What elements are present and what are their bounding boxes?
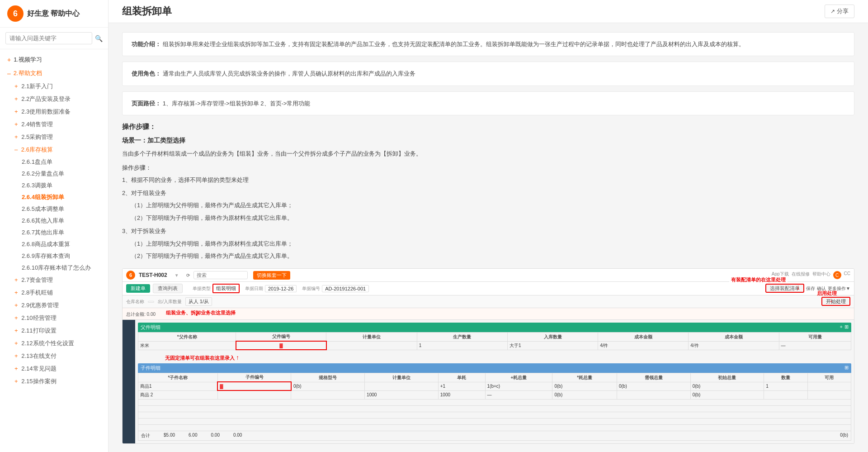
sim-search-input[interactable] bbox=[193, 271, 248, 279]
sim-cell-c1: 4/件 bbox=[598, 341, 689, 350]
sim-footer-total4: 0.00 bbox=[233, 433, 242, 439]
screenshot: 6 TEST-H002 ▼ ⟳ 切换账套一下 App下载 在线报修 帮助中心 C… bbox=[122, 268, 854, 444]
sim-child-name2: 商品 2 bbox=[138, 390, 218, 399]
sim-col-avail: 可用量 bbox=[779, 333, 851, 342]
sim-activate-area: 启用处理 ↓ 开始处理 bbox=[821, 298, 850, 305]
sim-col-child-code: 子件编号 bbox=[217, 373, 291, 382]
sim-footer-note: 0(b) bbox=[840, 433, 848, 439]
sim-qty-value[interactable]: 从人 1/从 bbox=[185, 297, 212, 306]
sim-type-bar: 总计金额: 0.00 组装业务、拆卸业务在这里选择 ↙ bbox=[123, 308, 854, 320]
sidebar-item-payment[interactable]: + 2.13在线支付 bbox=[0, 350, 108, 362]
sim-bom-area: 有装配清单的在这里处理 ↓ 选择装配清单 bbox=[765, 285, 804, 292]
sidebar-item-other-out[interactable]: 2.6.7其他出库单 bbox=[0, 227, 108, 238]
sidebar-item-assembly[interactable]: 2.6.4组装拆卸单 bbox=[0, 191, 108, 203]
sidebar-item-coupon[interactable]: + 2.9优惠券管理 bbox=[0, 299, 108, 312]
sim-lower-table-header: 子件明细 ⊞ bbox=[138, 363, 851, 373]
sidebar-item-sales[interactable]: + 2.4销售管理 bbox=[0, 118, 108, 131]
sim-dropdown-icon: ▼ bbox=[175, 273, 179, 278]
main-content: 组装拆卸单 ↗ 分享 功能介绍： 组装拆卸单用来处理企业组装或拆卸等加工业务，支… bbox=[108, 0, 868, 452]
sim-warehouse-input[interactable] bbox=[148, 301, 154, 303]
sim-nav-bar: 新建单 查询列表 单据类型 组装明细 单据日期 2019-12-26 单据编号 … bbox=[123, 282, 854, 295]
intro-label: 功能介绍： bbox=[132, 41, 161, 48]
sim-col-prod-qty: 生产数量 bbox=[417, 333, 507, 342]
search-icon[interactable]: 🔍 bbox=[95, 35, 103, 42]
sim-cell-in: 大于1 bbox=[507, 341, 598, 350]
ops-steps-label: 操作步骤： bbox=[122, 164, 854, 172]
table-row: 米米 ▓ 1 大于1 4/件 4/件 — bbox=[138, 341, 851, 350]
sim-cell-prod: 1 bbox=[417, 341, 507, 350]
sim-type-value[interactable]: 组装明细 bbox=[212, 284, 240, 293]
path-label: 页面路径： bbox=[132, 100, 161, 107]
search-input[interactable] bbox=[5, 32, 92, 44]
sidebar-item-cost-adjust[interactable]: 2.6.5成本调整单 bbox=[0, 203, 108, 215]
sidebar-item-beginner[interactable]: + 2.1新手入门 bbox=[0, 80, 108, 93]
sidebar-item-transfer[interactable]: 2.6.3调拨单 bbox=[0, 180, 108, 191]
plus-icon: + bbox=[7, 56, 11, 63]
sidebar-item-cost-recalc[interactable]: 2.6.8商品成本重算 bbox=[0, 238, 108, 250]
app-name: 好生意 帮助中心 bbox=[27, 9, 80, 19]
nav-tree: + 1.视频学习 – 2.帮助文档 + 2.1新手入门 + 2.2产品安装及登录… bbox=[0, 49, 108, 452]
sim-icon-expand[interactable]: ⊞ bbox=[844, 324, 849, 331]
sidebar-item-prepare[interactable]: + 2.3使用前数据准备 bbox=[0, 105, 108, 118]
sidebar-item-docs[interactable]: – 2.帮助文档 bbox=[0, 67, 108, 80]
sim-col-avail2: 可用 bbox=[807, 373, 851, 382]
sim-lower-table-container: 子件明细 ⊞ *子件名称 子件编号 规格型号 计量单位 bbox=[138, 363, 851, 441]
sim-child-qty1: 1 bbox=[764, 382, 807, 390]
sim-num-value[interactable]: AD-20191226-001 bbox=[322, 285, 369, 292]
sidebar-item-partial-stocktake[interactable]: 2.6.2分量盘点单 bbox=[0, 168, 108, 180]
sidebar-item-inventory-query[interactable]: 2.6.9库存账本查询 bbox=[0, 250, 108, 262]
table-row bbox=[138, 405, 851, 412]
sidebar-item-personalize[interactable]: + 2.12系统个性化设置 bbox=[0, 337, 108, 350]
sidebar-item-cases[interactable]: + 2.15操作案例 bbox=[0, 375, 108, 388]
sidebar-item-inventory[interactable]: – 2.6库存核算 bbox=[0, 143, 108, 156]
sim-help: 帮助中心 bbox=[812, 271, 830, 279]
sim-save-btn[interactable]: 保存 bbox=[806, 285, 815, 292]
plus-icon-mgmt: + bbox=[14, 314, 18, 321]
intro-block: 功能介绍： 组装拆卸单用来处理企业组装或拆卸等加工业务，支持有固定装配清单的产品… bbox=[122, 32, 854, 56]
sidebar-item-stocktake[interactable]: 2.6.1盘点单 bbox=[0, 156, 108, 168]
sim-screenshot: 6 TEST-H002 ▼ ⟳ 切换账套一下 App下载 在线报修 帮助中心 C… bbox=[123, 269, 854, 443]
step3-sub2: （2）下部明细为子件明细，最终作为产成品生成其它入库单。 bbox=[122, 251, 854, 261]
sidebar-item-finance[interactable]: + 2.7资金管理 bbox=[0, 274, 108, 286]
sim-col-consume: 单耗 bbox=[438, 373, 485, 382]
sidebar-item-video[interactable]: + 1.视频学习 bbox=[0, 53, 108, 67]
sim-cell-name: 米米 bbox=[138, 341, 236, 350]
sim-list-tab[interactable]: 查询列表 bbox=[153, 284, 183, 293]
sim-new-btn[interactable]: 切换账套一下 bbox=[253, 271, 290, 280]
sim-child-unit1 bbox=[365, 382, 439, 390]
sidebar-item-mgmt[interactable]: + 2.10经营管理 bbox=[0, 312, 108, 324]
minus-icon-inventory: – bbox=[14, 146, 18, 153]
sim-date-value[interactable]: 2019-12-26 bbox=[265, 285, 297, 292]
sim-activate-btn[interactable]: 开始处理 bbox=[821, 297, 850, 306]
red-arrow-activate: ↓ bbox=[830, 296, 833, 304]
step3: 3、对于拆装业务 bbox=[122, 226, 854, 236]
sim-col-spec: 规格型号 bbox=[291, 373, 365, 382]
plus-icon-beginner: + bbox=[14, 83, 18, 90]
search-box[interactable]: 🔍 bbox=[0, 28, 108, 49]
sidebar-item-other-in[interactable]: 2.6.6其他入库单 bbox=[0, 215, 108, 227]
sidebar-item-faq[interactable]: + 2.14常见问题 bbox=[0, 362, 108, 375]
share-icon: ↗ bbox=[830, 8, 835, 14]
sidebar-item-install[interactable]: + 2.2产品安装及登录 bbox=[0, 93, 108, 105]
annotation-assembly-type: 组装业务、拆卸业务在这里选择 bbox=[166, 309, 236, 316]
sidebar-item-print[interactable]: + 2.11打印设置 bbox=[0, 324, 108, 337]
plus-icon-install: + bbox=[14, 95, 18, 102]
sim-col-qty: 数量 bbox=[764, 373, 807, 382]
plus-icon-faq: + bbox=[14, 365, 18, 372]
sim-active-tab[interactable]: 新建单 bbox=[126, 284, 150, 293]
sim-child-spec1: 0(b) bbox=[291, 382, 365, 390]
sim-cell-unit bbox=[326, 341, 417, 350]
sim-col-consume-total: +耗总量 bbox=[485, 373, 552, 382]
sidebar-item-inventory-error[interactable]: 2.6.10库存账本错了怎么办 bbox=[0, 262, 108, 274]
plus-icon-prepare: + bbox=[14, 108, 18, 115]
content-area: 功能介绍： 组装拆卸单用来处理企业组装或拆卸等加工业务，支持有固定装配清单的产品… bbox=[108, 23, 868, 452]
sidebar-item-mobile[interactable]: + 2.8手机旺铺 bbox=[0, 286, 108, 299]
table-row bbox=[138, 418, 851, 424]
step3-sub1: （1）上部明细为父件明细，最终作为原材料生成其它出库单； bbox=[122, 238, 854, 249]
role-block: 使用角色： 通常由生产人员或库管人员完成拆装业务的操作，库管人员确认原材料的出库… bbox=[122, 62, 854, 86]
sidebar: 6 好生意 帮助中心 🔍 + 1.视频学习 – 2.帮助文档 + 2.1新手入门… bbox=[0, 0, 108, 452]
step1: 1、根据不同的业务，选择不同单据的类型来处理 bbox=[122, 175, 854, 185]
sidebar-item-purchase[interactable]: + 2.5采购管理 bbox=[0, 131, 108, 143]
sim-icon-plus[interactable]: + bbox=[840, 324, 843, 331]
share-button[interactable]: ↗ 分享 bbox=[825, 5, 854, 18]
